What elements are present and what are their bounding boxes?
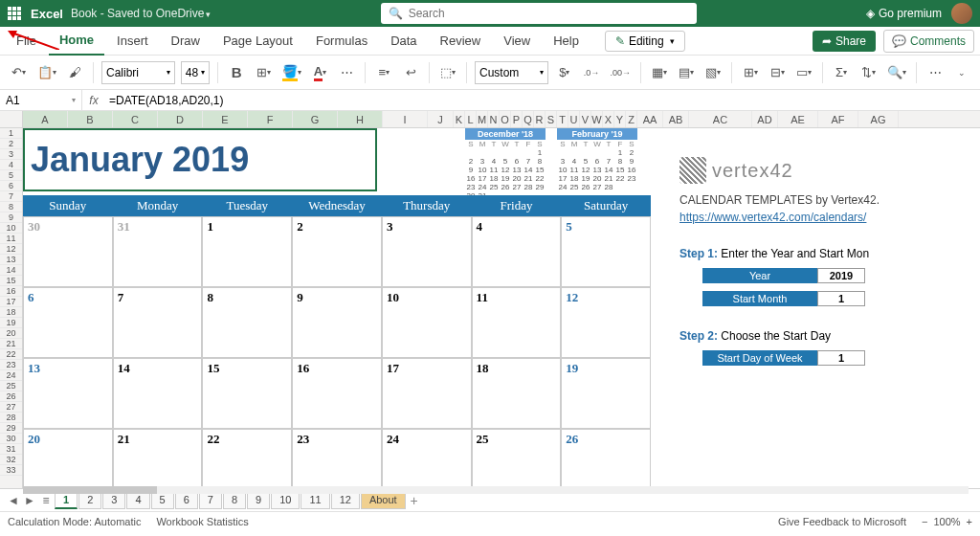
calendar-cell[interactable]: 1 — [202, 216, 292, 287]
wrap-text-button[interactable]: ↩ — [400, 60, 421, 85]
calendar-grid[interactable]: 3031123456789101112131415161718192021222… — [23, 216, 651, 488]
template-link[interactable]: https://www.vertex42.com/calendars/ — [679, 211, 976, 224]
calendar-cell[interactable]: 5 — [561, 216, 651, 287]
row-header[interactable]: 3 — [0, 149, 22, 160]
row-header[interactable]: 6 — [0, 181, 22, 191]
row-header[interactable]: 9 — [0, 212, 22, 223]
row-header[interactable]: 25 — [0, 381, 22, 391]
col-header[interactable]: K — [454, 111, 465, 127]
row-header[interactable]: 32 — [0, 455, 22, 465]
align-button[interactable]: ≡▾ — [373, 60, 394, 85]
col-header[interactable]: R — [534, 111, 546, 127]
col-header[interactable]: U — [568, 111, 580, 127]
calendar-cell[interactable]: 21 — [113, 429, 203, 488]
row-header[interactable]: 10 — [0, 223, 22, 234]
tab-insert[interactable]: Insert — [106, 27, 159, 56]
col-header[interactable]: G — [293, 111, 338, 127]
row-header[interactable]: 21 — [0, 339, 22, 349]
worksheet-grid[interactable]: 1234567891011121314151617181920212223242… — [0, 111, 980, 488]
fx-icon[interactable]: fx — [82, 94, 105, 107]
row-header[interactable]: 18 — [0, 307, 22, 318]
calendar-cell[interactable]: 31 — [113, 216, 203, 287]
font-select[interactable]: Calibri▾ — [101, 61, 175, 84]
borders-button[interactable]: ⊞▾ — [253, 60, 274, 85]
merge-button[interactable]: ⬚▾ — [437, 60, 458, 85]
insert-cells-button[interactable]: ⊞▾ — [740, 60, 761, 85]
col-header[interactable]: B — [68, 111, 113, 127]
col-header[interactable]: Z — [626, 111, 637, 127]
increase-decimal-button[interactable]: .00→ — [608, 60, 633, 85]
add-sheet-button[interactable]: + — [407, 493, 422, 508]
col-header[interactable]: F — [248, 111, 293, 127]
col-header[interactable]: Q — [523, 111, 534, 127]
calendar-cell[interactable]: 24 — [382, 429, 472, 488]
col-header[interactable]: AA — [637, 111, 663, 127]
zoom-out-button[interactable]: − — [922, 516, 927, 527]
formula-input[interactable] — [105, 94, 980, 107]
zoom-in-button[interactable]: + — [967, 516, 972, 527]
calc-mode[interactable]: Calculation Mode: Automatic — [8, 516, 141, 527]
row-header[interactable]: 7 — [0, 191, 22, 202]
row-header[interactable]: 14 — [0, 265, 22, 276]
calendar-cell[interactable]: 3 — [382, 216, 472, 287]
calendar-cell[interactable]: 7 — [113, 287, 203, 358]
sort-filter-button[interactable]: ⇅▾ — [858, 60, 879, 85]
bold-button[interactable]: B — [226, 60, 247, 85]
font-size-select[interactable]: 48▾ — [181, 61, 211, 84]
find-button[interactable]: 🔍▾ — [884, 60, 908, 85]
calendar-cell[interactable]: 14 — [113, 358, 203, 429]
ribbon-collapse-button[interactable]: ⌄ — [951, 60, 972, 85]
col-header[interactable]: Y — [614, 111, 626, 127]
row-header[interactable]: 24 — [0, 370, 22, 381]
number-format-select[interactable]: Custom▾ — [475, 61, 548, 84]
row-header[interactable]: 5 — [0, 170, 22, 181]
col-header[interactable]: N — [488, 111, 500, 127]
autosum-button[interactable]: Σ▾ — [831, 60, 852, 85]
row-header[interactable]: 15 — [0, 276, 22, 286]
calendar-cell[interactable]: 10 — [382, 287, 472, 358]
calendar-cell[interactable]: 19 — [561, 358, 651, 429]
font-color-button[interactable]: A▾ — [309, 60, 330, 85]
share-button[interactable]: ➦Share — [813, 31, 876, 52]
fill-color-button[interactable]: 🪣▾ — [279, 60, 303, 85]
row-header[interactable]: 12 — [0, 244, 22, 255]
row-header[interactable]: 2 — [0, 139, 22, 149]
editing-mode-button[interactable]: ✎Editing▾ — [605, 31, 685, 52]
col-header[interactable]: T — [557, 111, 568, 127]
zoom-controls[interactable]: − 100% + — [922, 516, 972, 527]
row-header[interactable]: 27 — [0, 402, 22, 413]
calendar-cell[interactable]: 26 — [561, 429, 651, 488]
tab-file[interactable]: File — [6, 27, 47, 56]
user-avatar[interactable] — [951, 3, 972, 24]
row-header[interactable]: 28 — [0, 413, 22, 423]
feedback-link[interactable]: Give Feedback to Microsoft — [778, 516, 906, 527]
search-box[interactable]: 🔍 — [381, 3, 697, 24]
col-header[interactable]: A — [23, 111, 68, 127]
row-header[interactable]: 26 — [0, 391, 22, 402]
format-cells-button[interactable]: ▭▾ — [793, 60, 814, 85]
name-box[interactable]: A1▾ — [0, 90, 82, 111]
col-header[interactable]: D — [158, 111, 203, 127]
col-header[interactable]: J — [428, 111, 454, 127]
row-header[interactable]: 22 — [0, 349, 22, 360]
sheet-nav-prev[interactable]: ◄ — [6, 494, 21, 507]
row-header[interactable]: 17 — [0, 297, 22, 307]
calendar-cell[interactable]: 23 — [292, 429, 382, 488]
calendar-cell[interactable]: 15 — [202, 358, 292, 429]
col-header[interactable]: M — [477, 111, 488, 127]
year-input-row[interactable]: Year2019 — [702, 268, 865, 283]
undo-button[interactable]: ↶▾ — [8, 60, 29, 85]
col-header[interactable]: C — [113, 111, 158, 127]
col-header[interactable]: S — [546, 111, 557, 127]
col-header[interactable]: P — [511, 111, 523, 127]
calendar-cell[interactable]: 25 — [472, 429, 562, 488]
calendar-cell[interactable]: 18 — [472, 358, 562, 429]
col-header[interactable]: AB — [663, 111, 689, 127]
col-header[interactable]: AC — [689, 111, 752, 127]
start-dow-row[interactable]: Start Day of Week1 — [702, 350, 865, 366]
row-header[interactable]: 30 — [0, 434, 22, 444]
row-header[interactable]: 33 — [0, 465, 22, 476]
cell-styles-button[interactable]: ▧▾ — [702, 60, 724, 85]
col-header[interactable]: X — [603, 111, 614, 127]
col-header[interactable]: E — [203, 111, 248, 127]
